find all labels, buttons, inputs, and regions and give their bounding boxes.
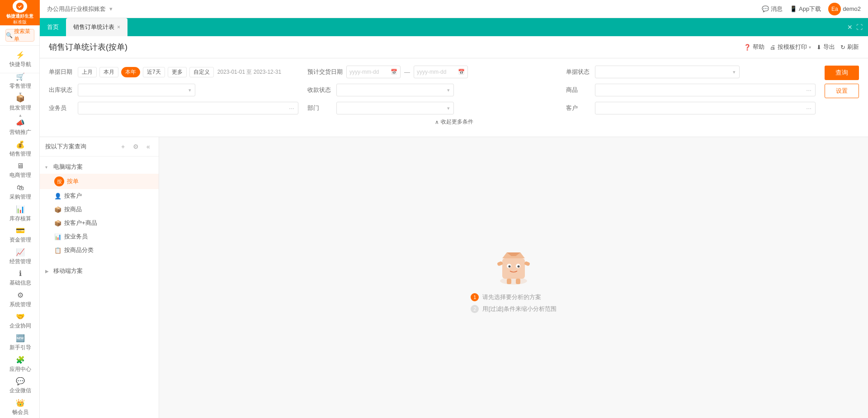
collapse-btn[interactable]: ∧ 收起更多条件 <box>435 118 473 126</box>
username: demo2 <box>843 5 861 12</box>
print-btn[interactable]: 🖨 按模板打印 ▾ <box>770 43 811 51</box>
finance-icon: 💳 <box>16 226 25 235</box>
header-left: 办公用品行业模拟账套 ▾ <box>47 5 113 13</box>
svg-point-6 <box>517 265 519 267</box>
tree-expand-icon: ▾ <box>45 165 51 170</box>
tab-close-icon[interactable]: × <box>117 24 120 30</box>
sidebar-item-wholesale[interactable]: 📦 批发管理 ▲ <box>0 95 40 117</box>
tree-parent-pc[interactable]: ▾ 电脑端方案 <box>40 160 159 174</box>
filter-panel: 单据日期 上月 本月 本年 近7天 更多 自定义 2023-01-01 至 20… <box>40 58 868 137</box>
left-panel: 按以下方案查询 + ⚙ « ▾ <box>40 137 159 418</box>
user-menu[interactable]: Ea demo2 <box>828 3 861 15</box>
hint-1-num: 1 <box>471 293 479 301</box>
date-range-text: 2023-01-01 至 2023-12-31 <box>217 68 281 76</box>
collapse-icon: ∧ <box>435 119 439 125</box>
status-select[interactable]: ▾ <box>595 66 740 78</box>
app-download-btn[interactable]: 📱 App下载 <box>790 5 821 13</box>
delivery-select[interactable]: ▾ <box>78 84 195 96</box>
tree-item-by-order[interactable]: 按 按单 <box>40 174 159 189</box>
date-shortcut-group: 上月 本月 本年 近7天 更多 自定义 <box>78 67 214 77</box>
tree-item-by-salesperson[interactable]: 📊 按业务员 <box>40 230 159 243</box>
help-btn[interactable]: ❓ 帮助 <box>744 43 764 51</box>
customer-more-icon[interactable]: ··· <box>806 104 811 112</box>
search-menu-btn[interactable]: 🔍 搜索菜单 <box>5 29 34 42</box>
tree-item-by-goods-category[interactable]: 📋 按商品分类 <box>40 243 159 257</box>
customer-input[interactable]: ··· <box>595 102 816 114</box>
svg-rect-9 <box>497 261 503 266</box>
date-curr-month-btn[interactable]: 本月 <box>99 67 118 77</box>
settings-button[interactable]: 设置 <box>825 84 859 98</box>
member-icon: 👑 <box>16 399 25 407</box>
tree-item-label-by-goods: 按商品 <box>64 205 82 214</box>
content-area: 销售订单统计表(按单) ❓ 帮助 🖨 按模板打印 ▾ ⬇ 导出 ↻ 刷新 <box>40 36 868 418</box>
filter-row-1: 单据日期 上月 本月 本年 近7天 更多 自定义 2023-01-01 至 20… <box>49 66 816 78</box>
svg-rect-2 <box>502 258 525 279</box>
sidebar-item-basic[interactable]: ℹ 基础信息 <box>0 267 40 289</box>
sidebar-item-apps[interactable]: 🧩 应用中心 <box>0 353 40 375</box>
collapse-panel-btn[interactable]: « <box>143 142 153 152</box>
quick-nav-item[interactable]: ⚡ 快捷导航 <box>0 48 40 70</box>
add-scheme-btn[interactable]: + <box>118 142 128 152</box>
goods-more-icon[interactable]: ··· <box>806 86 811 94</box>
payment-select[interactable]: ▾ <box>336 84 454 96</box>
export-btn[interactable]: ⬇ 导出 <box>816 43 835 51</box>
tree-item-by-customer[interactable]: 👤 按客户 <box>40 189 159 203</box>
window-maximize-icon[interactable]: ⛶ <box>856 24 863 31</box>
expected-date-end-input[interactable]: yyyy-mm-dd 📅 <box>414 66 468 78</box>
window-close-icon[interactable]: ✕ <box>847 24 853 31</box>
sidebar-item-retail[interactable]: 🛒 零售管理 ▼ <box>0 73 40 95</box>
department-select[interactable]: ▾ <box>336 102 454 114</box>
date-curr-year-btn[interactable]: 本年 <box>121 67 140 77</box>
print-label: 按模板打印 <box>778 43 807 51</box>
date-7days-btn[interactable]: 近7天 <box>143 67 165 77</box>
suite-dropdown-icon[interactable]: ▾ <box>109 5 113 12</box>
content-body: 按以下方案查询 + ⚙ « ▾ <box>40 137 868 418</box>
message-btn[interactable]: 💬 消息 <box>762 5 783 13</box>
end-date-placeholder: yyyy-mm-dd <box>417 69 446 75</box>
sidebar-item-marketing[interactable]: 📣 营销推广 <box>0 117 40 138</box>
start-date-placeholder: yyyy-mm-dd <box>349 69 379 75</box>
filter-row-2: 出库状态 ▾ 收款状态 ▾ <box>49 84 816 96</box>
empty-illustration <box>491 242 536 288</box>
expected-date-start-input[interactable]: yyyy-mm-dd 📅 <box>346 66 401 78</box>
tree-item-by-goods[interactable]: 📦 按商品 <box>40 203 159 216</box>
salesperson-input[interactable]: ··· <box>78 102 298 114</box>
app-logo[interactable]: 畅捷通好生意 标准版 <box>0 0 40 25</box>
salesperson-more-icon[interactable]: ··· <box>289 104 294 112</box>
message-icon: 💬 <box>762 5 769 12</box>
customer-label: 客户 <box>566 104 591 112</box>
app-subtitle: 标准版 <box>13 19 27 25</box>
tree-item-by-customer-goods[interactable]: 📦 按客户+商品 <box>40 216 159 230</box>
sidebar-item-enterprise[interactable]: 🤝 企业协同 <box>0 310 40 332</box>
refresh-label: 刷新 <box>847 43 859 51</box>
sidebar-item-purchase[interactable]: 🛍 采购管理 <box>0 181 40 203</box>
goods-input[interactable]: ··· <box>595 84 816 96</box>
filter-action-buttons: 查询 设置 <box>825 66 859 98</box>
refresh-btn[interactable]: ↻ 刷新 <box>840 43 859 51</box>
date-prev-month-btn[interactable]: 上月 <box>78 67 97 77</box>
edit-scheme-btn[interactable]: ⚙ <box>131 142 141 152</box>
quick-nav-section: ⚡ 快捷导航 <box>0 46 39 73</box>
refresh-icon: ↻ <box>840 44 845 51</box>
sidebar-item-sales[interactable]: 💰 销售管理 <box>0 138 40 160</box>
tab-home[interactable]: 首页 <box>40 18 66 36</box>
sidebar-item-ecommerce[interactable]: 🖥 电商管理 <box>0 160 40 181</box>
help-icon: ❓ <box>744 44 751 51</box>
svg-rect-10 <box>524 261 530 266</box>
date-more-btn[interactable]: 更多 <box>168 67 187 77</box>
sidebar-item-wechat[interactable]: 💬 企业微信 <box>0 375 40 397</box>
sidebar-item-newuser[interactable]: 🆕 新手引导 <box>0 332 40 354</box>
tab-current[interactable]: 销售订单统计表 × <box>66 18 127 36</box>
tree-item-label-by-order: 按单 <box>67 177 79 185</box>
tree-item-label-by-salesperson: 按业务员 <box>64 233 88 241</box>
wholesale-icon: 📦 <box>16 94 25 103</box>
sidebar-item-inventory[interactable]: 📊 库存核算 <box>0 203 40 224</box>
query-button[interactable]: 查询 <box>825 66 859 80</box>
tree-parent-mobile[interactable]: ▶ 移动端方案 <box>40 264 159 278</box>
sidebar-item-operations[interactable]: 📈 经营管理 <box>0 246 40 267</box>
sidebar-item-finance[interactable]: 💳 资金管理 <box>0 224 40 246</box>
sidebar-item-member[interactable]: 👑 畅会员 <box>0 397 40 418</box>
page-header: 销售订单统计表(按单) ❓ 帮助 🖨 按模板打印 ▾ ⬇ 导出 ↻ 刷新 <box>40 36 868 58</box>
date-custom-btn[interactable]: 自定义 <box>189 67 214 77</box>
sidebar-item-system[interactable]: ⚙ 系统管理 <box>0 289 40 311</box>
